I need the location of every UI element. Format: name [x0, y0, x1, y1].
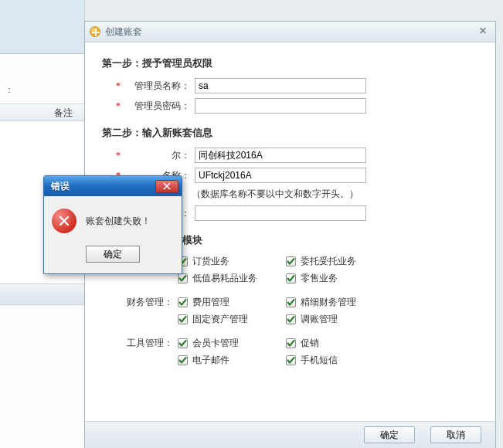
module-option-label: 精细财务管理: [301, 296, 356, 309]
module-row: 工具管理：会员卡管理促销: [116, 337, 478, 350]
module-option-label: 费用管理: [192, 296, 229, 309]
error-close-button[interactable]: [155, 180, 178, 193]
required-mark: *: [116, 80, 121, 92]
module-option: 委托受托业务: [286, 255, 394, 268]
admin-pwd-row: * 管理员密码：: [102, 98, 478, 114]
module-option: 费用管理: [178, 296, 286, 309]
error-titlebar: 错误: [44, 176, 182, 196]
error-message: 账套创建失败！: [86, 209, 151, 228]
module-option: 电子邮件: [178, 354, 286, 367]
module-option: 低值易耗品业务: [178, 272, 286, 285]
account-name-row: * 尔：: [102, 148, 478, 163]
module-option: 零售业务: [286, 272, 394, 285]
module-option-label: 电子邮件: [192, 354, 229, 367]
module-option: 促销: [286, 337, 394, 350]
dialog-cancel-button[interactable]: 取消: [430, 426, 481, 443]
module-option-label: 会员卡管理: [192, 337, 239, 350]
add-icon: [90, 26, 100, 37]
checkbox[interactable]: [178, 355, 188, 365]
module-option: 固定资产管理: [178, 313, 286, 326]
step2-title: 第二步：输入新账套信息: [102, 126, 478, 140]
admin-name-input[interactable]: [195, 78, 366, 93]
dialog-titlebar: 创建账套 ✕: [85, 22, 495, 42]
account-name-label: 尔：: [124, 149, 190, 162]
close-icon: [163, 182, 171, 190]
module-row: 固定资产管理调账管理: [116, 313, 478, 326]
required-mark: *: [116, 100, 121, 112]
checkbox[interactable]: [286, 297, 296, 307]
checkbox[interactable]: [178, 314, 188, 324]
db-name-input[interactable]: [195, 168, 366, 183]
admin-pwd-input[interactable]: [195, 98, 366, 114]
module-option: 订货业务: [178, 255, 286, 268]
module-option-label: 促销: [301, 337, 319, 350]
module-option-label: 订货业务: [192, 255, 229, 268]
admin-name-label: 管理员名称：: [124, 80, 190, 93]
dialog-ok-button[interactable]: 确定: [364, 426, 415, 443]
note-input[interactable]: [195, 205, 366, 221]
checkbox[interactable]: [178, 338, 188, 348]
module-option: 精细财务管理: [286, 296, 394, 309]
module-option: 会员卡管理: [178, 337, 286, 350]
module-option-label: 固定资产管理: [192, 313, 248, 326]
error-dialog: 错误 账套创建失败！ 确定: [43, 175, 182, 274]
module-row: 财务管理：费用管理精细财务管理: [116, 296, 478, 309]
module-option: 手机短信: [286, 354, 394, 367]
checkbox[interactable]: [286, 355, 296, 365]
admin-pwd-label: 管理员密码：: [124, 100, 190, 113]
dialog-footer: 确定 取消: [85, 421, 495, 448]
dialog-close-button[interactable]: ✕: [475, 25, 491, 38]
module-option-label: 委托受托业务: [301, 255, 356, 268]
checkbox[interactable]: [178, 297, 188, 307]
dialog-title: 创建账套: [105, 25, 142, 39]
module-row: 电子邮件手机短信: [116, 354, 478, 367]
admin-name-row: * 管理员名称：: [102, 78, 478, 93]
account-name-input[interactable]: [195, 148, 366, 163]
step1-title: 第一步：授予管理员权限: [102, 56, 478, 70]
checkbox[interactable]: [178, 273, 188, 283]
checkbox[interactable]: [286, 338, 296, 348]
module-option-label: 零售业务: [301, 272, 338, 285]
error-title: 错误: [51, 180, 70, 193]
bg-label: ：: [0, 54, 84, 104]
bg-column-remark: 备注: [0, 104, 84, 121]
required-mark: *: [116, 150, 121, 161]
module-group-label: 财务管理：: [116, 296, 173, 309]
checkbox[interactable]: [286, 314, 296, 324]
module-option-label: 调账管理: [301, 313, 338, 326]
module-option: 调账管理: [286, 313, 394, 326]
error-ok-button[interactable]: 确定: [86, 246, 140, 263]
module-option-label: 低值易耗品业务: [192, 272, 257, 285]
checkbox[interactable]: [286, 273, 296, 283]
module-group-label: 工具管理：: [116, 337, 173, 350]
error-icon: [52, 209, 76, 233]
checkbox[interactable]: [286, 256, 296, 266]
module-option-label: 手机短信: [301, 354, 338, 367]
